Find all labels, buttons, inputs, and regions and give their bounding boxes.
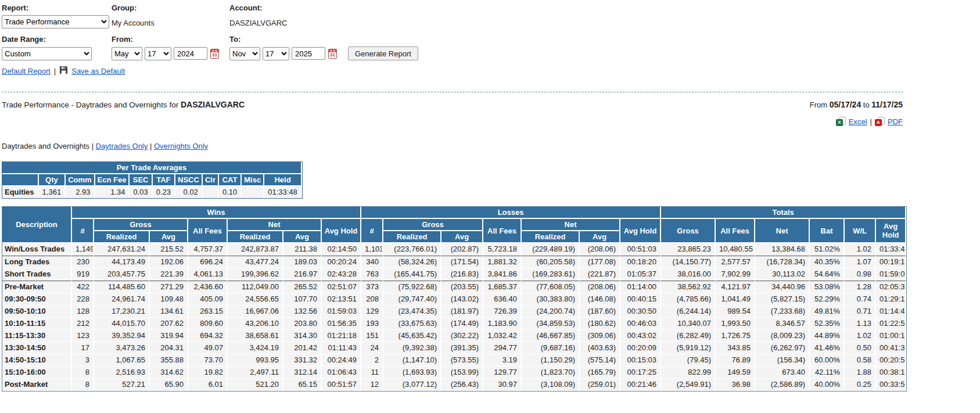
- table-row: 13:30-14:50173,473.26204.3149.073,424.19…: [2, 342, 906, 354]
- excel-icon[interactable]: X: [836, 117, 846, 126]
- cell: (33,675.63): [383, 318, 441, 330]
- cell: (309.06): [580, 330, 620, 342]
- cell: 8: [72, 367, 94, 379]
- cell: 0.58: [845, 354, 876, 367]
- col-header-wins-avg-hold: Avg Hold: [322, 219, 361, 243]
- cell: (77,608.05): [522, 281, 580, 293]
- cell: 1.34: [95, 186, 130, 198]
- main-table-body: Win/Loss Trades1,149247,631.24215.524,75…: [2, 243, 906, 391]
- default-report-link[interactable]: Default Report: [2, 67, 51, 76]
- from-calendar-icon[interactable]: 31: [210, 49, 219, 59]
- table-row: 09:30-09:5022824,961.74109.48405.0924,55…: [2, 293, 906, 306]
- cell: 822.99: [661, 367, 716, 379]
- cell: (16,728.34): [755, 256, 810, 268]
- from-date: 05/17/24: [830, 100, 861, 109]
- cell: (6,244.14): [661, 306, 716, 318]
- row-description: 14:50-15:10: [2, 354, 72, 367]
- col-header-wins-gross: Gross: [94, 219, 188, 231]
- pdf-link[interactable]: PDF: [888, 117, 903, 126]
- cell: (23,474.35): [383, 306, 441, 318]
- generate-report-button[interactable]: Generate Report: [348, 46, 418, 60]
- cell: 65.90: [150, 379, 188, 391]
- pdf-icon[interactable]: A: [875, 117, 885, 126]
- cell: (216.83): [441, 268, 483, 281]
- date-range-note: From 05/17/24 to 11/17/25: [810, 100, 903, 109]
- cell: 0.23: [153, 186, 175, 198]
- cell: (146.08): [580, 293, 620, 306]
- account-label: Account:: [229, 3, 262, 12]
- cell: (256.43): [441, 379, 483, 391]
- cell: 00:51:03: [620, 243, 661, 256]
- cell: 00:38:10: [876, 367, 906, 379]
- cell: 211.38: [283, 243, 322, 256]
- cell: 65.15: [283, 379, 322, 391]
- row-description: Win/Loss Trades: [2, 243, 72, 256]
- cell: 521.20: [228, 379, 283, 391]
- cell: 01:00:13: [876, 330, 906, 342]
- cell: 228: [72, 293, 94, 306]
- view-tabs: Daytrades and Overnights | Daytrades Onl…: [2, 142, 904, 150]
- account-value: DASZIALVGARC: [229, 17, 287, 27]
- cell: (143.02): [441, 293, 483, 306]
- cell: (174.49): [441, 318, 483, 330]
- from-day-select[interactable]: 17: [145, 47, 171, 60]
- cell: (165.79): [580, 367, 620, 379]
- cell: (2,586.89): [755, 379, 810, 391]
- to-year-input[interactable]: [292, 47, 325, 60]
- cell: 8,346.57: [755, 318, 810, 330]
- cell: (221.87): [580, 268, 620, 281]
- pta-column-header: Qty: [39, 174, 66, 186]
- cell: (259.01): [580, 379, 620, 391]
- col-header-losses-gross: Gross: [383, 219, 483, 231]
- cell: (30,383.80): [522, 293, 580, 306]
- cell: (9,687.16): [522, 342, 580, 354]
- cell: (169,283.61): [522, 268, 580, 281]
- cell: (180.62): [580, 318, 620, 330]
- cell: 129: [361, 306, 383, 318]
- cell: (9,392.38): [383, 342, 441, 354]
- cell: (208.06): [580, 281, 620, 293]
- cell: 01:05:37: [620, 268, 661, 281]
- cell: 19.82: [188, 367, 228, 379]
- cell: (5,827.15): [755, 293, 810, 306]
- cell: (75,922.68): [383, 281, 441, 293]
- tab-daytrades-only[interactable]: Daytrades Only: [96, 142, 148, 150]
- row-description: 10:10-11:15: [2, 318, 72, 330]
- date-range-select[interactable]: Custom: [2, 47, 92, 60]
- cell: (46,667.85): [522, 330, 580, 342]
- report-title-row: Trade Performance - Daytrades and Overni…: [2, 100, 903, 109]
- cell: 3,841.86: [483, 268, 522, 281]
- cell: 24,961.74: [94, 293, 150, 306]
- cell: 0.74: [845, 293, 876, 306]
- col-header-description: Description: [2, 207, 72, 243]
- cell: (203.55): [441, 281, 483, 293]
- report-select[interactable]: Trade Performance: [2, 15, 109, 28]
- to-calendar-icon[interactable]: 31: [328, 49, 337, 59]
- table-row: Short Trades919203,457.75221.394,061.131…: [2, 268, 906, 281]
- to-day-select[interactable]: 17: [263, 47, 289, 60]
- pta-column-header: Clr: [203, 174, 219, 186]
- cell: 1,361: [39, 186, 66, 198]
- cell: 673.40: [755, 367, 810, 379]
- pta-header-row: QtyCommEcn FeeSECTAFNSCCClrCATMiscHeld: [2, 174, 302, 186]
- col-header-losses-all-fees: All Fees: [483, 219, 522, 243]
- save-as-default-link[interactable]: Save as Default: [71, 67, 125, 76]
- from-year-input[interactable]: [174, 47, 207, 60]
- row-description: Pre-Market: [2, 281, 72, 293]
- from-month-select[interactable]: May: [112, 47, 142, 60]
- cell: 763: [361, 268, 383, 281]
- cell: 4,757.37: [188, 243, 228, 256]
- cell: (156.34): [755, 354, 810, 367]
- excel-link[interactable]: Excel: [849, 117, 867, 126]
- tab-overnights-only[interactable]: Overnights Only: [154, 142, 208, 150]
- cell: 1,993.50: [716, 318, 755, 330]
- cell: (153.99): [441, 367, 483, 379]
- cell: 2,436.60: [188, 281, 228, 293]
- cell: 00:17:25: [620, 367, 661, 379]
- to-month-select[interactable]: Nov: [229, 47, 260, 60]
- cell: 212: [72, 318, 94, 330]
- cell: (1,150.29): [522, 354, 580, 367]
- cell: 10,340.07: [661, 318, 716, 330]
- cell: 38,016.00: [661, 268, 716, 281]
- cell: 207.62: [150, 318, 188, 330]
